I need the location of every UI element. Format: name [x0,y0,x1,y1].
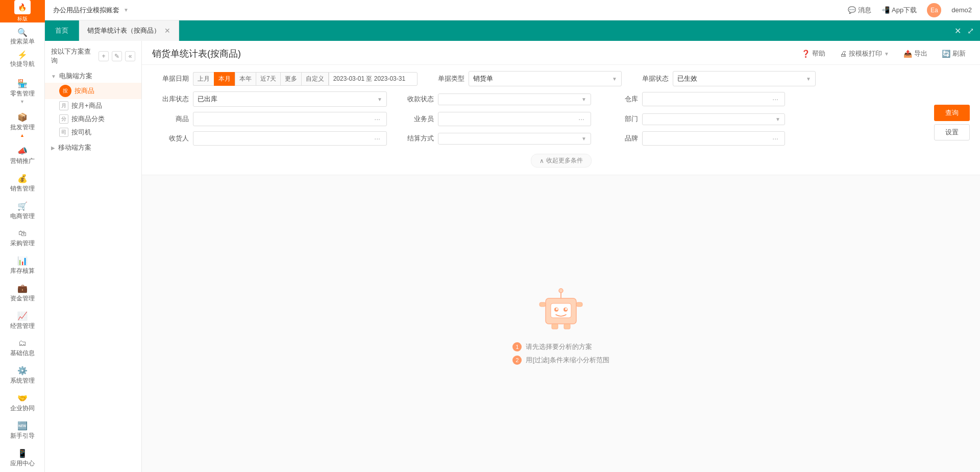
header-left: 办公用品行业模拟账套 ▼ [53,6,129,15]
date-range-input[interactable]: 2023-03-01 至 2023-03-31 [329,72,418,86]
sidebar-item-sales[interactable]: 💰 销售管理 [0,170,44,197]
tip-num-1: 1 [512,342,522,351]
dept-label: 部门 [601,114,642,124]
salesman-dots[interactable]: ··· [576,115,586,123]
tree-item-by-product[interactable]: 按 按商品 [45,83,141,99]
retail-icon: 🏪 [17,79,28,88]
query-button[interactable]: 查询 [934,105,970,121]
doc-type-select[interactable]: 销货单 ▼ [469,71,622,86]
page-title-actions: ❓ 帮助 🖨 按模板打印 ▼ 📤 导出 🔄 刷新 [797,47,970,60]
sidebar-search[interactable]: 🔍 搜索菜单 [10,22,35,48]
date-btn-last-month[interactable]: 上月 [193,72,214,86]
left-panel: 按以下方案查询 + ✎ « ▼ 电脑端方案 按 按商品 [45,41,142,472]
print-icon: 🖨 [840,50,847,58]
sidebar-item-finance[interactable]: 💼 资金管理 [0,279,44,307]
date-btn-this-month[interactable]: 本月 [214,72,235,86]
dept-arrow-icon: ▼ [775,116,780,122]
reset-button[interactable]: 设置 [934,124,970,140]
tree-item-driver[interactable]: 司 按司机 [45,126,141,139]
add-scheme-btn[interactable]: + [99,51,109,61]
sidebar-item-system[interactable]: ⚙️ 系统管理 [0,362,44,389]
tab-active[interactable]: 销货单统计表（按商品） ✕ [79,20,179,41]
purchase-icon: 🛍 [18,229,27,238]
ops-icon: 📈 [17,311,28,321]
tab-actions: ✕ ⤢ [948,20,980,41]
brand-select[interactable]: ··· [642,131,785,146]
salesman-select[interactable]: ··· [438,112,591,126]
app-download-btn[interactable]: 📲 App下载 [881,6,917,15]
tree-dot-icon: 按 [59,85,71,97]
sidebar-item-wholesale[interactable]: 📦 批发管理 ▲ [0,108,44,142]
tab-minimize-btn[interactable]: ✕ [954,26,961,36]
tree-item-category-label: 按商品分类 [71,114,105,124]
export-btn[interactable]: 📤 导出 [899,47,932,60]
enterprise-icon: 🤝 [17,393,28,403]
goods-label: 商品 [152,114,193,124]
header-right: 💬 消息 📲 App下载 Ea demo2 [848,3,972,17]
payment-arrow-icon: ▼ [581,97,586,102]
sidebar-item-ops[interactable]: 📈 经营管理 [0,307,44,335]
sidebar-item-basic[interactable]: 🗂 基础信息 [0,335,44,362]
driver-icon: 司 [59,128,68,137]
settle-arrow-icon: ▼ [581,136,586,141]
settle-select[interactable]: ▼ [438,133,591,145]
user-avatar[interactable]: Ea [927,3,941,17]
messages-btn[interactable]: 💬 消息 [848,6,871,15]
sidebar-item-stock[interactable]: 📊 库存核算 [0,252,44,279]
tab-home[interactable]: 首页 [45,20,79,41]
dept-select[interactable]: ▼ [642,113,785,125]
tab-expand-btn[interactable]: ⤢ [967,26,974,36]
tab-close-btn[interactable]: ✕ [164,27,170,34]
print-btn[interactable]: 🖨 按模板打印 ▼ [836,47,893,60]
collapse-btn[interactable]: ∧ 收起更多条件 [531,154,592,168]
tree-item-month-product[interactable]: 月 按月+商品 [45,99,141,112]
finance-icon: 💼 [17,284,28,293]
collapse-panel-btn[interactable]: « [125,51,135,61]
sidebar-item-purchase[interactable]: 🛍 采购管理 [0,225,44,252]
edit-scheme-btn[interactable]: ✎ [112,51,122,61]
filter-row-1: 单据日期 上月 本月 本年 近7天 更多 自定义 2023-03-01 至 20… [152,71,970,86]
svg-rect-11 [576,302,582,306]
sidebar-item-enterprise[interactable]: 🤝 企业协同 [0,389,44,417]
doc-status-select[interactable]: 已生效 ▼ [673,71,816,86]
sidebar-item-guide[interactable]: 🆕 新手引导 [0,417,44,444]
receiver-select[interactable]: ··· [193,131,387,146]
payment-select[interactable]: ▼ [438,93,591,105]
category-icon: 分 [59,114,68,124]
left-panel-title: 按以下方案查询 [51,47,95,65]
date-btn-custom[interactable]: 自定义 [301,72,329,86]
filter-row-3: 商品 ··· 业务员 ··· 部门 ▼ [152,112,970,126]
sidebar-item-retail[interactable]: 🏪 零售管理 ▼ [0,75,44,108]
tree-item-category[interactable]: 分 按商品分类 [45,112,141,126]
out-status-select[interactable]: 已出库 ▼ [193,91,387,107]
doc-type-value: 销货单 [473,74,493,83]
tree-node-desktop[interactable]: ▼ 电脑端方案 [45,69,141,83]
sidebar-logo[interactable]: 🔥 标版 [0,0,45,22]
filter-area: 单据日期 上月 本月 本年 近7天 更多 自定义 2023-03-01 至 20… [142,65,980,175]
sidebar-item-appstore[interactable]: 📱 应用中心 [0,444,44,472]
goods-dots[interactable]: ··· [372,115,382,123]
sidebar-item-marketing[interactable]: 📣 营销推广 [0,142,44,170]
doc-type-label: 单据类型 [428,74,469,83]
receiver-dots[interactable]: ··· [372,134,382,143]
system-icon: ⚙️ [17,366,28,375]
user-name[interactable]: demo2 [951,6,972,14]
help-btn[interactable]: ❓ 帮助 [797,47,829,60]
refresh-btn[interactable]: 🔄 刷新 [938,47,970,60]
wholesale-icon: 📦 [17,112,28,122]
warehouse-label: 仓库 [601,95,642,104]
header-dropdown-icon[interactable]: ▼ [124,7,129,13]
stock-icon: 📊 [17,256,28,266]
tree-node-mobile[interactable]: ▶ 移动端方案 [45,141,141,154]
date-btn-this-year[interactable]: 本年 [235,72,256,86]
doc-status-label: 单据状态 [632,74,673,83]
date-btn-more[interactable]: 更多 [280,72,301,86]
sidebar-nav[interactable]: ⚡ 快捷导航 [10,48,35,70]
page-content: 按以下方案查询 + ✎ « ▼ 电脑端方案 按 按商品 [45,41,980,472]
date-btn-7days[interactable]: 近7天 [256,72,280,86]
warehouse-select[interactable]: ··· [642,92,785,106]
brand-dots[interactable]: ··· [770,134,780,143]
goods-select[interactable]: ··· [193,112,387,126]
sidebar-item-ecom[interactable]: 🛒 电商管理 [0,197,44,225]
warehouse-dots[interactable]: ··· [770,95,780,103]
